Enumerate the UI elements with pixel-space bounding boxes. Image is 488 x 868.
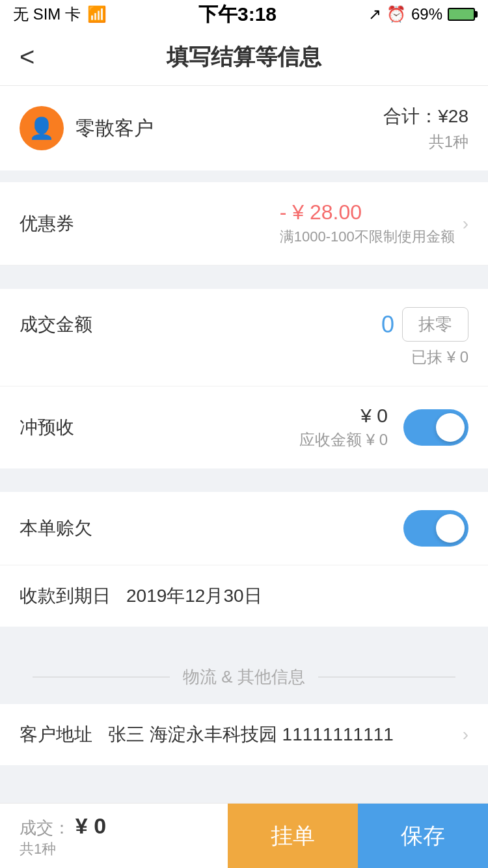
bottom-bar: 成交： ¥ 0 共1种 挂单 保存 [0, 803, 488, 868]
section-divider-1 [0, 277, 488, 289]
nav-title: 填写结算等信息 [167, 42, 321, 72]
deal-amount-row: 成交金额 0 抹零 已抹 ¥ 0 [0, 289, 488, 387]
coupon-right: - ¥ 28.00 满1000-100不限制使用金额 › [280, 200, 468, 247]
coupon-card: 优惠券 - ¥ 28.00 满1000-100不限制使用金额 › [0, 182, 488, 265]
prepay-sub-amount: 应收金额 ¥ 0 [299, 429, 388, 450]
status-left: 无 SIM 卡 📶 [13, 4, 107, 25]
deal-amount-card: 成交金额 0 抹零 已抹 ¥ 0 冲预收 ¥ 0 应收金额 ¥ 0 [0, 289, 488, 468]
bottom-deal-amount: ¥ 0 [75, 813, 106, 838]
address-value: 张三 海淀永丰科技园 11111111111 [108, 722, 394, 747]
wifi-icon: 📶 [87, 5, 107, 23]
credit-row: 本单赊欠 [0, 492, 488, 565]
logistics-header: 物流 & 其他信息 [0, 650, 488, 704]
toggle-knob [436, 413, 465, 442]
chevron-right-icon: › [463, 213, 468, 234]
status-bar: 无 SIM 卡 📶 下午3:18 ↗ ⏰ 69% [0, 0, 488, 29]
section-divider-3 [0, 638, 488, 650]
alarm-icon: ⏰ [386, 5, 406, 23]
status-time: 下午3:18 [198, 1, 277, 28]
customer-name: 零散客户 [75, 115, 154, 142]
coupon-amount: - ¥ 28.00 [280, 200, 455, 224]
nav-bar: < 填写结算等信息 [0, 29, 488, 86]
address-card: 客户地址 张三 海淀永丰科技园 11111111111 › [0, 704, 488, 765]
content: 👤 零散客户 合计：¥28 共1种 优惠券 - ¥ 28.00 满1000-10… [0, 86, 488, 848]
credit-toggle[interactable] [403, 510, 468, 547]
coupon-detail: - ¥ 28.00 满1000-100不限制使用金额 [280, 200, 455, 247]
save-button[interactable]: 保存 [358, 804, 488, 868]
prepay-row: 冲预收 ¥ 0 应收金额 ¥ 0 [0, 387, 488, 468]
total-count: 共1种 [383, 131, 468, 152]
location-icon: ↗ [368, 5, 381, 23]
address-chevron-icon: › [463, 724, 468, 745]
battery-icon [448, 8, 475, 21]
credit-toggle-knob [436, 514, 465, 543]
hold-button[interactable]: 挂单 [228, 804, 358, 868]
address-content: 客户地址 张三 海淀永丰科技园 11111111111 [20, 722, 394, 747]
avatar: 👤 [20, 106, 64, 150]
carrier-label: 无 SIM 卡 [13, 4, 81, 25]
prepay-amounts: ¥ 0 应收金额 ¥ 0 [299, 405, 388, 450]
deal-amount-label: 成交金额 [20, 312, 92, 337]
logistics-label: 物流 & 其他信息 [183, 666, 305, 688]
prepay-right: ¥ 0 应收金额 ¥ 0 [299, 405, 468, 450]
deal-amount-right: 0 抹零 [381, 307, 468, 342]
coupon-label: 优惠券 [20, 211, 74, 236]
prepay-toggle[interactable] [403, 409, 468, 446]
customer-row: 👤 零散客户 合计：¥28 共1种 [0, 86, 488, 170]
deal-amount-sub: 已抹 ¥ 0 [20, 347, 468, 368]
deal-amount-value[interactable]: 0 [381, 311, 394, 338]
due-date-value[interactable]: 2019年12月30日 [126, 584, 262, 608]
deal-amount-top: 成交金额 0 抹零 [20, 307, 468, 342]
back-button[interactable]: < [20, 42, 34, 72]
credit-label: 本单赊欠 [20, 516, 92, 541]
section-divider-2 [0, 480, 488, 492]
bottom-info: 成交： ¥ 0 共1种 [0, 804, 228, 868]
due-date-label: 收款到期日 [20, 584, 111, 608]
bottom-deal-line: 成交： ¥ 0 [20, 813, 208, 839]
address-label: 客户地址 [20, 722, 92, 747]
status-right: ↗ ⏰ 69% [368, 5, 475, 23]
coupon-row[interactable]: 优惠券 - ¥ 28.00 满1000-100不限制使用金额 › [0, 182, 488, 265]
coupon-desc: 满1000-100不限制使用金额 [280, 227, 455, 247]
customer-left: 👤 零散客户 [20, 106, 154, 150]
battery-percent: 69% [411, 5, 442, 23]
address-row[interactable]: 客户地址 张三 海淀永丰科技园 11111111111 › [0, 704, 488, 765]
credit-card: 本单赊欠 收款到期日 2019年12月30日 [0, 492, 488, 627]
bottom-deal-label: 成交： [20, 818, 70, 837]
round-off-button[interactable]: 抹零 [402, 307, 468, 342]
prepay-main-amount: ¥ 0 [299, 405, 388, 427]
due-date-row: 收款到期日 2019年12月30日 [0, 565, 488, 627]
customer-summary: 合计：¥28 共1种 [383, 104, 468, 152]
bottom-count: 共1种 [20, 839, 208, 859]
prepay-label: 冲预收 [20, 415, 74, 440]
avatar-icon: 👤 [29, 116, 55, 141]
total-amount: 合计：¥28 [383, 104, 468, 129]
